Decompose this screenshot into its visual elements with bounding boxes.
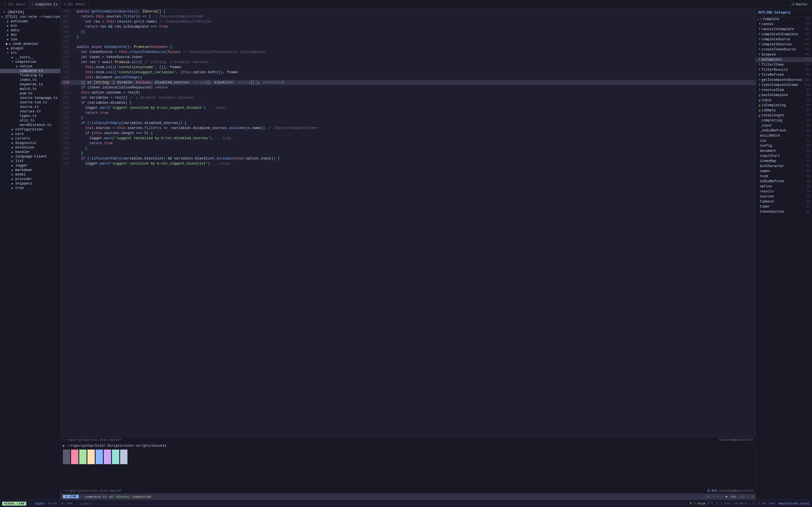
outline-num: 86 [806, 103, 810, 107]
sidebar-item-provider[interactable]: ▶ provider [0, 177, 60, 181]
sidebar-item-list[interactable]: ▶ list [0, 159, 60, 163]
outline-item[interactable]: f cancel 356 [756, 22, 812, 27]
sidebar-item-match_ts[interactable]: match.ts [0, 87, 60, 91]
folder-icon-lua: ▶ [6, 38, 10, 41]
outline-item[interactable]: _completing 36 [756, 118, 812, 123]
sidebar-item-source_lang[interactable]: source-language.ts [0, 96, 60, 100]
sidebar-item-complete_ts[interactable]: complete.ts [0, 69, 60, 73]
bottom-bar: VISUAL LINE — Alpha 09:02 M: 49% ⇣ 3 KB/… [0, 500, 812, 507]
outline-num: 90 [806, 98, 810, 102]
sidebar-item-util_ts[interactable]: util.ts [0, 118, 60, 123]
outline-item[interactable]: tokenSources 46 [756, 209, 812, 214]
sidebar-item-tests[interactable]: ▶ __tests__ [0, 55, 60, 60]
outline-type: f [759, 38, 760, 41]
code-line-116: 116 this.nvim.call('coc#util#synname', [… [61, 65, 756, 70]
outline-type: g [759, 94, 760, 97]
outline-item[interactable]: _onDidRefresh 44 [756, 128, 812, 133]
sidebar-item-core[interactable]: ▶ core [0, 132, 60, 136]
sidebar-item-keywords_ts[interactable]: keywords.ts [0, 82, 60, 87]
outline-item[interactable]: f dispose 366 [756, 52, 812, 57]
sidebar-item-index_ts[interactable]: index.ts [0, 78, 60, 82]
tab-3[interactable]: 3 [No Name] [61, 0, 88, 9]
outline-item[interactable]: sources 53 [756, 194, 812, 199]
sidebar-item-pum_ts[interactable]: pum.ts [0, 91, 60, 96]
sidebar-item-snippets[interactable]: ▶ snippets [0, 181, 60, 186]
outline-item[interactable]: itemsMap 48 [756, 159, 812, 164]
code-line-113: 113 let tokenSource = this.createTokenSo… [61, 50, 756, 55]
sidebar-item-wordDistance_ts[interactable]: wordDistance.ts [0, 123, 60, 127]
outline-item[interactable]: g totalLength 73 [756, 113, 812, 118]
outline-item[interactable]: onDidRefresh 49 [756, 179, 812, 184]
sidebar-item-sources_ts[interactable]: sources.ts [0, 109, 60, 114]
sidebar-item-native[interactable]: ▶ native [0, 64, 60, 69]
outline-item[interactable]: config 52 [756, 144, 812, 149]
outline-item[interactable]: f completeSources 145 [756, 42, 812, 47]
sidebar-item-completion[interactable]: ▶ completion [0, 60, 60, 64]
outline-item[interactable]: f completeInComplete 237 [756, 32, 812, 37]
sidebar-item-doc[interactable]: ▶ doc [0, 33, 60, 37]
code-line-126: 126 } [61, 115, 756, 121]
sidebar-item-floating_ts[interactable]: floating.ts [0, 73, 60, 78]
sidebar-item-cursors[interactable]: ▶ cursors [0, 136, 60, 141]
sidebar-item-autoload[interactable]: ▶ autoload [0, 19, 60, 24]
outline-item[interactable]: g isCompleting 86 [756, 103, 812, 108]
sidebar-item-src[interactable]: ▶ src [0, 51, 60, 55]
sidebar-item-markdown[interactable]: ▶ markdown [0, 168, 60, 172]
sidebar-item-lua[interactable]: ▶ lua [0, 37, 60, 42]
outline-item[interactable]: f cancelInComplete 347 [756, 27, 812, 32]
outline-item[interactable]: g input 90 [756, 98, 812, 103]
outline-header: OUTLINE Category [756, 9, 812, 17]
outline-item[interactable]: g hasInComplete 98 [756, 93, 812, 98]
outline-item[interactable]: f resolveItem 81 [756, 88, 812, 93]
outline-type: C [760, 18, 762, 21]
sidebar-item-file[interactable]: ▶ [FILE] coc.nvim ~/repo/synta [0, 15, 60, 19]
outline-item[interactable]: g isEmpty 94 [756, 108, 812, 113]
outline-type: f [759, 68, 760, 71]
outline-item[interactable]: f doComplete 112 [756, 57, 812, 62]
outline-label: itemsMap [760, 159, 776, 163]
sidebar-item-model[interactable]: ▶ model [0, 172, 60, 177]
sidebar-item-logger[interactable]: ▶ logger [0, 163, 60, 168]
sidebar-item-extension[interactable]: ▶ extension [0, 145, 60, 150]
sidebar-item-tree[interactable]: ▶ tree [0, 186, 60, 190]
outline-item[interactable]: f filterResults 312 [756, 67, 812, 72]
outline-item[interactable]: asciiMatch 39 [756, 133, 812, 138]
sidebar-item-bin[interactable]: ▶ bin [0, 24, 60, 28]
sidebar-item-language-client[interactable]: ▶ language-client [0, 154, 60, 159]
line-content-117: this.nvim.call('coc#util#suggest_variabl… [72, 70, 756, 75]
outline-item[interactable]: f getIncompleteSources 105 [756, 77, 812, 82]
outline-item[interactable]: names 38 [756, 169, 812, 174]
tab-2[interactable]: 2 complete.ts [29, 0, 61, 9]
outline-item[interactable]: cid 41 [756, 138, 812, 144]
outline-item[interactable]: results 34 [756, 189, 812, 194]
terminal-content[interactable]: ▶ ~/repo/syntax/Color-Scripts/color-scri… [61, 443, 756, 489]
outline-item[interactable]: nvim 54 [756, 174, 812, 179]
sidebar-item-data[interactable]: ▶ data [0, 28, 60, 33]
sidebar-item-buffer[interactable]: ▶ [BUFFER] [0, 10, 60, 15]
sidebar-item-handler[interactable]: ▶ handler [0, 150, 60, 154]
tab-1[interactable]: 1 [No Name] [1, 0, 29, 9]
code-line-123: 123 if (variables.disable) { [61, 100, 756, 105]
outline-item[interactable]: f createTokenSource 337 [756, 47, 812, 52]
sidebar-item-node_modules[interactable]: ▶ node_modules [0, 42, 60, 46]
sidebar-item-configuration[interactable]: ▶ configuration [0, 127, 60, 132]
code-area[interactable]: 105 public getIncompleteSources(): ISour… [61, 9, 756, 437]
sidebar-item-types_ts[interactable]: types.ts [0, 114, 60, 118]
sidebar-item-source_ts[interactable]: source.ts [0, 105, 60, 109]
sidebar-item-diagnostic[interactable]: ▶ diagnostic [0, 141, 60, 145]
outline-item[interactable]: option 50 [756, 184, 812, 189]
outline-item[interactable]: timeout 40 [756, 199, 812, 204]
outline-item[interactable]: inputStart 43 [756, 154, 812, 159]
outline-item[interactable]: minCharacter 42 [756, 164, 812, 169]
outline-item[interactable]: _input 35 [756, 123, 812, 128]
sidebar-item-plugin[interactable]: ▶ plugin [0, 46, 60, 51]
outline-item[interactable]: f filterItems 260 [756, 62, 812, 67]
outline-item[interactable]: ▶ C Complete 32 [756, 17, 812, 22]
outline-item[interactable]: document 51 [756, 149, 812, 154]
outline-item[interactable]: f completeSource 185 [756, 37, 812, 42]
outline-item[interactable]: f limitCompleteItems 320 [756, 82, 812, 88]
outline-item[interactable]: timer 37 [756, 204, 812, 209]
outline-item[interactable]: f fireRefresh 62 [756, 72, 812, 77]
outline-num: 73 [806, 114, 810, 117]
sidebar-item-source_vim[interactable]: source-vim.ts [0, 100, 60, 105]
